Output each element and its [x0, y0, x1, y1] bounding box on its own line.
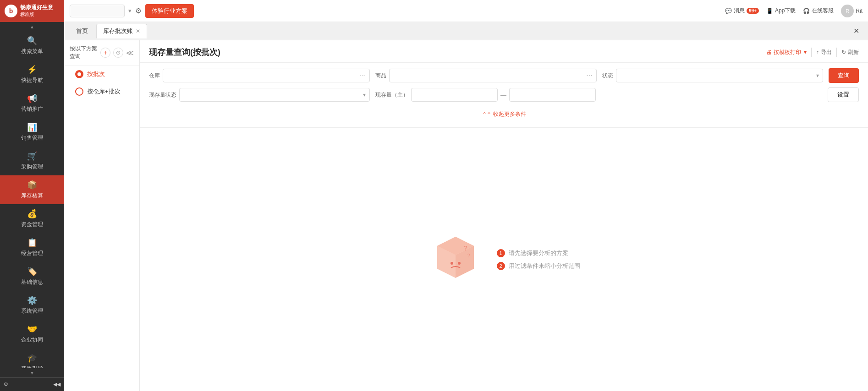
product-input[interactable]: [393, 72, 586, 79]
export-label: 导出: [821, 49, 832, 56]
scheme-item-batch[interactable]: 按批次: [64, 65, 139, 83]
message-icon: 💬: [725, 8, 732, 14]
basic-info-icon: 🏷️: [27, 266, 37, 277]
scheme-settings-btn[interactable]: ⊙: [113, 48, 123, 58]
product-input-wrap[interactable]: ···: [389, 69, 596, 82]
tab-inventory-batch[interactable]: 库存批次账 ✕: [96, 24, 147, 38]
scheme-item-label: 按批次: [87, 70, 105, 78]
collapse-left-panel-btn[interactable]: ≪: [126, 49, 134, 57]
tab-home-label: 首页: [76, 27, 88, 35]
topbar-actions: 💬 消息 99+ 📱 App下载 🎧 在线客服 R Rit: [725, 5, 863, 17]
sidebar-item-quick-nav[interactable]: ⚡ 快捷导航: [0, 60, 64, 89]
sidebar-item-label: 库存核算: [21, 192, 43, 200]
sidebar-settings-btn[interactable]: ⚙: [4, 381, 8, 387]
refresh-btn[interactable]: ↻ 刷新: [841, 49, 859, 56]
sidebar-item-label: 经营管理: [21, 250, 43, 257]
scroll-down-arrow[interactable]: ▼: [27, 369, 37, 376]
topbar-chevron-icon[interactable]: ▾: [128, 7, 132, 14]
status-select[interactable]: ▾: [616, 69, 823, 82]
sidebar-item-sales[interactable]: 📊 销售管理: [0, 118, 64, 147]
tab-home[interactable]: 首页: [70, 24, 94, 38]
tip-text-2: 用过滤条件来缩小分析范围: [509, 262, 580, 270]
left-panel-title: 按以下方案查询: [70, 45, 100, 60]
scheme-item-circle2: [75, 87, 83, 96]
warehouse-input[interactable]: [167, 72, 360, 79]
operations-icon: 📋: [27, 238, 37, 248]
guide-icon: 🎓: [27, 353, 37, 363]
right-panel: 现存量查询(按批次) 🖨 按模板打印 ▾ ↑ 导出 ↻ 刷: [140, 40, 868, 391]
empty-tips: 1 请先选择要分析的方案 2 用过滤条件来缩小分析范围: [497, 249, 580, 270]
warehouse-input-wrap[interactable]: ···: [163, 69, 370, 82]
scheme-item-warehouse-batch[interactable]: 按仓库+批次: [64, 83, 139, 100]
app-download-btn[interactable]: 📱 App下载: [766, 7, 796, 15]
empty-illustration: ? ?: [428, 232, 483, 287]
app-logo: b: [5, 5, 17, 17]
status-filter-label: 状态: [602, 72, 613, 80]
online-service-label: 在线客服: [812, 7, 834, 15]
divider-1: [811, 48, 812, 57]
print-btn[interactable]: 🖨 按模板打印 ▾: [766, 49, 807, 56]
inventory-amount-to-input[interactable]: [509, 88, 596, 102]
query-btn[interactable]: 查询: [829, 68, 859, 83]
sidebar-scroll-down[interactable]: ▼: [0, 368, 64, 377]
sidebar-collapse-btn[interactable]: ◀◀: [53, 381, 60, 387]
sidebar-item-label: 快捷导航: [21, 76, 43, 84]
sidebar-item-inventory[interactable]: 📦 库存核算: [0, 175, 64, 204]
product-more-icon[interactable]: ···: [586, 71, 592, 80]
inventory-status-select[interactable]: ▾: [179, 88, 370, 102]
message-badge: 99+: [747, 8, 759, 14]
collapse-more-btn[interactable]: ⌃⌃ 收起更多条件: [149, 107, 859, 122]
tab-panel-close-btn[interactable]: ✕: [850, 25, 863, 38]
message-btn[interactable]: 💬 消息 99+: [725, 7, 759, 15]
sidebar-scroll: 🔍 搜索菜单 ⚡ 快捷导航 📢 营销推广 📊 销售管理 🛒 采购管理 📦 库存核…: [0, 31, 64, 368]
sidebar-item-label: 销售管理: [21, 134, 43, 142]
filter-product: 商品 ···: [375, 69, 596, 82]
filter-inventory-status: 现存量状态 ▾: [149, 88, 370, 102]
sidebar-item-marketing[interactable]: 📢 营销推广: [0, 89, 64, 118]
user-avatar: R: [841, 5, 854, 17]
enterprise-icon: 🤝: [27, 324, 37, 334]
svg-text:?: ?: [467, 253, 470, 258]
scheme-item-label2: 按仓库+批次: [87, 87, 121, 96]
add-scheme-btn[interactable]: +: [100, 48, 110, 58]
svg-text:?: ?: [464, 244, 467, 252]
scroll-up-arrow[interactable]: ▲: [27, 23, 37, 30]
online-service-btn[interactable]: 🎧 在线客服: [803, 7, 834, 15]
topbar-gear-icon[interactable]: ⚙: [135, 6, 142, 15]
sidebar-item-purchase[interactable]: 🛒 采购管理: [0, 147, 64, 175]
inventory-amount-from-input[interactable]: [411, 88, 498, 102]
sidebar-item-label: 资金管理: [21, 221, 43, 228]
print-chevron-icon[interactable]: ▾: [804, 49, 807, 55]
sidebar-scroll-up[interactable]: ▲: [0, 22, 64, 31]
sidebar-item-search[interactable]: 🔍 搜索菜单: [0, 31, 64, 60]
refresh-label: 刷新: [848, 49, 859, 56]
tip-text-1: 请先选择要分析的方案: [509, 249, 568, 257]
sidebar-item-system[interactable]: ⚙️ 系统管理: [0, 291, 64, 320]
sidebar-item-label: 营销推广: [21, 105, 43, 113]
quick-nav-icon: ⚡: [27, 65, 37, 75]
settings-btn[interactable]: 设置: [828, 87, 859, 102]
empty-tip-1: 1 请先选择要分析的方案: [497, 249, 580, 257]
sidebar-item-label: 搜索菜单: [21, 48, 43, 55]
left-panel-header: 按以下方案查询 + ⊙ ≪: [64, 40, 139, 65]
tab-close-icon[interactable]: ✕: [136, 28, 140, 34]
warehouse-more-icon[interactable]: ···: [360, 71, 366, 80]
app-download-icon: 📱: [766, 8, 773, 14]
sidebar-item-label: 企业协同: [21, 336, 43, 344]
inventory-icon: 📦: [27, 180, 37, 190]
sidebar-item-basic-info[interactable]: 🏷️ 基础信息: [0, 262, 64, 291]
topbar-search-input[interactable]: [70, 5, 125, 17]
trial-btn[interactable]: 体验行业方案: [145, 4, 194, 18]
inventory-amount-label: 现存量（主）: [375, 91, 408, 99]
sales-icon: 📊: [27, 122, 37, 132]
collapse-arrow-up-icon: ⌃⌃: [482, 111, 491, 118]
export-icon: ↑: [816, 49, 819, 55]
sidebar-item-finance[interactable]: 💰 资金管理: [0, 204, 64, 233]
collapse-label: 收起更多条件: [493, 110, 526, 118]
export-btn[interactable]: ↑ 导出: [816, 49, 832, 56]
sidebar-item-guide[interactable]: 🎓 新手引导: [0, 348, 64, 368]
sidebar-item-operations[interactable]: 📋 经营管理: [0, 233, 64, 262]
sidebar-item-enterprise[interactable]: 🤝 企业协同: [0, 320, 64, 348]
left-panel: 按以下方案查询 + ⊙ ≪ 按批次 按仓库+批次: [64, 40, 140, 391]
user-area[interactable]: R Rit: [841, 5, 863, 17]
